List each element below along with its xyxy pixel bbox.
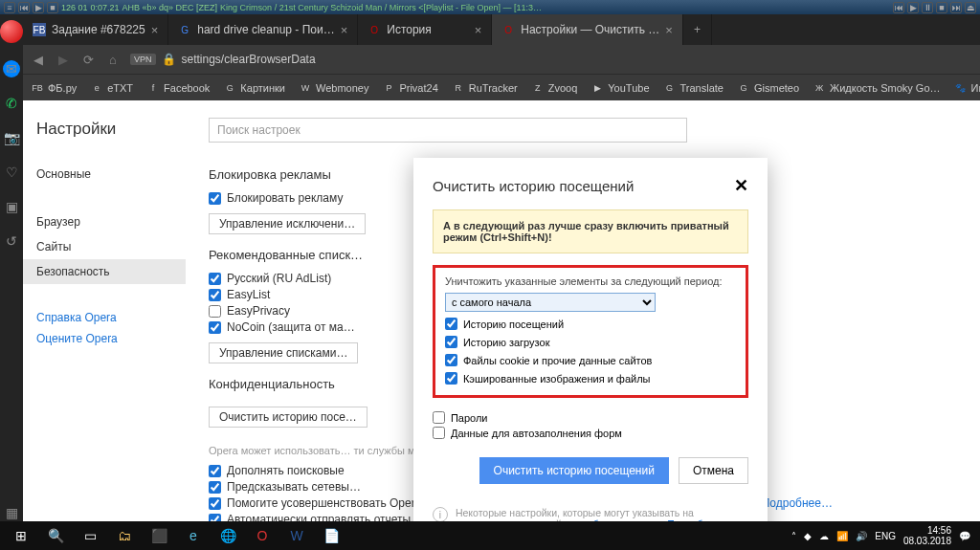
news-icon[interactable]: ▣ bbox=[3, 198, 20, 215]
tab-label: Задание #678225 bbox=[52, 23, 145, 36]
tab-label: История bbox=[387, 23, 432, 36]
winamp-prev2-icon[interactable]: ⏮ bbox=[893, 2, 904, 13]
opera-icon[interactable]: O bbox=[245, 522, 279, 549]
bookmark-item[interactable]: fFacebook bbox=[146, 81, 210, 95]
winamp-track: King Crimson / 21st Century Schizoid Man… bbox=[220, 3, 890, 12]
winamp-bar: ≡ ⏮ ▶ ■ 126 01 0:07.21 AHB «b» dq» DEC [… bbox=[0, 0, 980, 14]
camera-icon[interactable]: 📷 bbox=[3, 129, 20, 146]
bookmark-favicon-icon: Z bbox=[531, 81, 545, 95]
search-icon[interactable]: 🔍 bbox=[38, 522, 73, 549]
history-icon[interactable]: ↺ bbox=[3, 232, 20, 250]
favicon-o-icon: O bbox=[501, 23, 515, 36]
tray-chevron-icon[interactable]: ˄ bbox=[791, 531, 796, 541]
winamp-pause-icon[interactable]: ⏸ bbox=[922, 2, 933, 13]
bookmark-item[interactable]: RRuTracker bbox=[452, 81, 518, 95]
url-text: settings/clearBrowserData bbox=[182, 53, 316, 66]
clear-option-checkbox[interactable]: Историю посещений bbox=[445, 318, 736, 330]
vpn-badge[interactable]: VPN bbox=[130, 54, 156, 65]
clear-option-checkbox[interactable]: Историю загрузок bbox=[445, 336, 736, 348]
bookmark-item[interactable]: FBФБ.ру bbox=[31, 81, 77, 95]
close-icon[interactable]: × bbox=[151, 23, 159, 37]
winamp-info: AHB «b» dq» DEC [ZEZ] bbox=[122, 3, 218, 12]
bookmark-favicon-icon: G bbox=[737, 81, 750, 95]
start-button[interactable]: ⊞ bbox=[4, 522, 38, 549]
period-select[interactable]: с самого начала bbox=[445, 293, 656, 312]
bookmark-favicon-icon: e bbox=[90, 81, 103, 95]
winamp-play-icon[interactable]: ▶ bbox=[33, 2, 44, 13]
clear-option-checkbox[interactable]: Файлы cookie и прочие данные сайтов bbox=[445, 354, 736, 366]
winamp-stop-icon[interactable]: ■ bbox=[47, 2, 58, 13]
notepad-icon[interactable]: 📄 bbox=[314, 522, 348, 549]
tab-label: hard drive cleanup - Пои… bbox=[197, 23, 334, 36]
modal-close-icon[interactable]: ✕ bbox=[734, 175, 748, 196]
winamp-time: 0:07.21 bbox=[91, 3, 120, 12]
modal-body: Уничтожить указанные элементы за следующ… bbox=[433, 265, 748, 398]
winamp-next-icon[interactable]: ⏭ bbox=[950, 2, 962, 13]
clear-extra-checkbox[interactable]: Пароли bbox=[433, 411, 748, 424]
clear-button[interactable]: Очистить историю посещений bbox=[479, 457, 669, 484]
clear-option-checkbox[interactable]: Кэшированные изображения и файлы bbox=[445, 372, 736, 385]
modal-prompt: Уничтожить указанные элементы за следующ… bbox=[445, 275, 736, 287]
tray-notif-icon[interactable]: 💬 bbox=[959, 531, 970, 541]
opera-logo-icon[interactable] bbox=[0, 20, 23, 43]
new-tab-button[interactable]: + bbox=[683, 14, 712, 45]
info-icon: i bbox=[433, 507, 448, 521]
clear-extra-checkbox[interactable]: Данные для автозаполнения форм bbox=[433, 427, 748, 439]
bookmark-favicon-icon: G bbox=[223, 81, 236, 95]
bookmark-favicon-icon: P bbox=[382, 81, 395, 95]
cancel-button[interactable]: Отмена bbox=[679, 457, 748, 484]
tray-lang[interactable]: ENG bbox=[875, 531, 896, 541]
tab-3[interactable]: OНастройки — Очистить …× bbox=[492, 14, 683, 45]
extensions-icon[interactable]: ▦ bbox=[3, 504, 20, 521]
modal-info: i Некоторые настройки, которые могут ука… bbox=[433, 507, 748, 521]
forward-icon[interactable]: ▶ bbox=[56, 53, 71, 67]
bookmark-favicon-icon: ▶ bbox=[590, 81, 604, 95]
app-icon[interactable]: ⬛ bbox=[142, 522, 176, 549]
winamp-stop2-icon[interactable]: ■ bbox=[936, 2, 947, 13]
bookmark-item[interactable]: ZZvooq bbox=[531, 81, 578, 95]
modal-title: Очистить историю посещений bbox=[433, 178, 634, 194]
heart-icon[interactable]: ♡ bbox=[3, 164, 20, 181]
edge-icon[interactable]: e bbox=[176, 522, 211, 549]
settings-page: Настройки Основные Браузер Сайты Безопас… bbox=[23, 100, 980, 521]
chrome-icon[interactable]: 🌐 bbox=[211, 522, 245, 549]
bookmark-item[interactable]: WWebmoney bbox=[299, 81, 368, 95]
tray-volume-icon[interactable]: 🔊 bbox=[856, 531, 867, 541]
tab-2[interactable]: OИстория× bbox=[358, 14, 492, 45]
bookmark-item[interactable]: GTranslate bbox=[663, 81, 724, 95]
bookmark-favicon-icon: FB bbox=[31, 81, 44, 95]
close-icon[interactable]: × bbox=[475, 23, 482, 37]
tray-cloud-icon[interactable]: ☁ bbox=[819, 531, 829, 541]
tab-label: Настройки — Очистить … bbox=[521, 23, 659, 36]
winamp-play2-icon[interactable]: ▶ bbox=[907, 2, 919, 13]
home-icon[interactable]: ⌂ bbox=[105, 53, 121, 67]
close-icon[interactable]: × bbox=[341, 23, 348, 37]
back-icon[interactable]: ◀ bbox=[31, 53, 46, 67]
bookmark-item[interactable]: PPrivat24 bbox=[382, 81, 437, 95]
tab-1[interactable]: Ghard drive cleanup - Пои…× bbox=[168, 14, 358, 45]
messenger-icon[interactable]: ✉ bbox=[3, 60, 20, 77]
modal-hint: А в следующий раз лучше сразу включить п… bbox=[433, 209, 748, 253]
winamp-prev-icon[interactable]: ⏮ bbox=[18, 2, 30, 13]
explorer-icon[interactable]: 🗂 bbox=[107, 522, 142, 549]
whatsapp-icon[interactable]: ✆ bbox=[3, 95, 20, 112]
url-input[interactable]: VPN 🔒 settings/clearBrowserData bbox=[130, 53, 980, 66]
bookmark-item[interactable]: eeTXT bbox=[90, 81, 133, 95]
tray-app-icon[interactable]: ◆ bbox=[804, 531, 812, 541]
reload-icon[interactable]: ⟳ bbox=[80, 53, 96, 67]
bookmark-item[interactable]: GGismeteo bbox=[737, 81, 799, 95]
tab-0[interactable]: FBЗадание #678225× bbox=[23, 14, 168, 45]
winamp-menu-icon[interactable]: ≡ bbox=[4, 2, 15, 13]
address-bar: ◀ ▶ ⟳ ⌂ VPN 🔒 settings/clearBrowserData … bbox=[23, 45, 980, 74]
bookmark-item[interactable]: ▶YouTube bbox=[590, 81, 649, 95]
bookmark-item[interactable]: 🐾Интернет-магазин bbox=[954, 81, 980, 95]
close-icon[interactable]: × bbox=[665, 23, 673, 37]
bookmark-item[interactable]: ЖЖидкость Smoky Go… bbox=[813, 81, 940, 95]
lock-icon: 🔒 bbox=[162, 53, 176, 66]
winamp-open-icon[interactable]: ⏏ bbox=[965, 2, 976, 13]
word-icon[interactable]: W bbox=[279, 522, 314, 549]
taskbar-clock[interactable]: 14:56 08.03.2018 bbox=[903, 525, 951, 546]
tray-wifi-icon[interactable]: 📶 bbox=[836, 531, 848, 541]
bookmark-item[interactable]: GКартинки bbox=[223, 81, 285, 95]
task-view-icon[interactable]: ▭ bbox=[73, 522, 107, 549]
